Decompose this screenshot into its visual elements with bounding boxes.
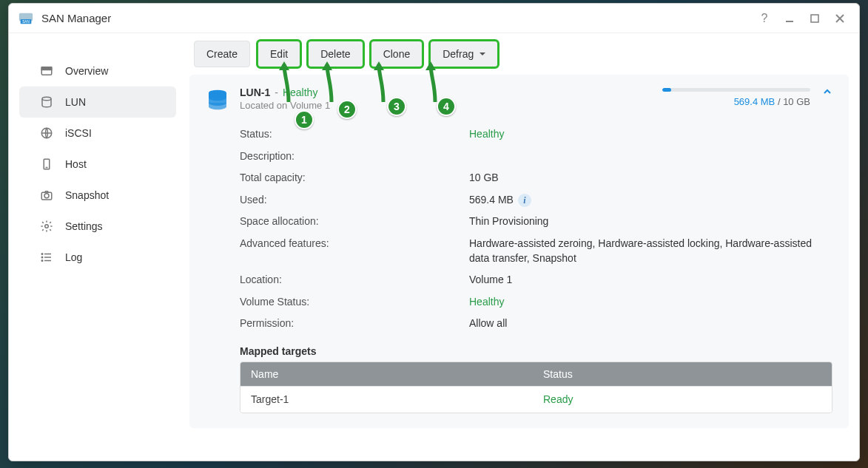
svg-point-14 bbox=[44, 194, 49, 198]
app-icon: SAN bbox=[18, 10, 34, 27]
lun-header[interactable]: LUN-1 - Healthy Located on Volume 1 569.… bbox=[206, 87, 832, 112]
adv-features-value: Hardware-assisted zeroing, Hardware-assi… bbox=[469, 237, 832, 265]
usage-used: 569.4 MB bbox=[734, 96, 776, 107]
table-header: Name Status bbox=[240, 362, 832, 386]
vol-status-value: Healthy bbox=[469, 295, 832, 310]
sidebar-item-settings[interactable]: Settings bbox=[19, 211, 176, 242]
total-capacity-label: Total capacity: bbox=[240, 171, 469, 186]
adv-features-label: Advanced features: bbox=[240, 237, 469, 265]
svg-rect-8 bbox=[41, 67, 52, 70]
defrag-button[interactable]: Defrag bbox=[430, 41, 498, 67]
description-value bbox=[469, 149, 832, 164]
lun-health: Healthy bbox=[283, 87, 317, 98]
close-button[interactable] bbox=[830, 8, 850, 29]
main-content: Create Edit Delete Clone Defrag 1 2 3 4 bbox=[186, 33, 859, 461]
sidebar-item-label: Overview bbox=[65, 65, 108, 77]
maximize-button[interactable] bbox=[804, 8, 825, 29]
mapped-targets-table: Name Status Target-1 Ready bbox=[240, 362, 832, 413]
target-name-cell: Target-1 bbox=[240, 393, 533, 405]
col-name-header: Name bbox=[240, 368, 533, 380]
sidebar-item-lun[interactable]: LUN bbox=[19, 87, 176, 118]
svg-rect-4 bbox=[811, 15, 818, 22]
sidebar-item-iscsi[interactable]: iSCSI bbox=[19, 118, 176, 149]
disk-icon bbox=[40, 95, 55, 109]
svg-point-15 bbox=[45, 225, 49, 228]
description-label: Description: bbox=[240, 149, 469, 164]
create-button[interactable]: Create bbox=[194, 41, 250, 67]
collapse-toggle[interactable] bbox=[822, 87, 832, 97]
status-label: Status: bbox=[240, 127, 469, 142]
sidebar-item-label: Host bbox=[65, 158, 87, 170]
total-capacity-value: 10 GB bbox=[469, 171, 832, 186]
permission-value: Allow all bbox=[469, 316, 832, 331]
space-alloc-label: Space allocation: bbox=[240, 214, 469, 229]
usage-progress bbox=[662, 88, 810, 92]
sidebar-item-label: Settings bbox=[65, 220, 103, 232]
location-value: Volume 1 bbox=[469, 273, 832, 288]
dashboard-icon bbox=[40, 64, 55, 78]
gear-icon bbox=[40, 219, 55, 234]
usage-progress-fill bbox=[662, 88, 671, 92]
host-icon bbox=[40, 157, 55, 172]
space-alloc-value: Thin Provisioning bbox=[469, 214, 832, 229]
camera-icon bbox=[40, 188, 55, 203]
globe-icon bbox=[40, 126, 55, 140]
mapped-targets-title: Mapped targets bbox=[240, 345, 832, 357]
sidebar-item-label: LUN bbox=[65, 96, 86, 108]
lun-panel: 1 2 3 4 LUN-1 - Healthy bbox=[189, 75, 849, 428]
usage-sep: / bbox=[775, 96, 783, 107]
list-icon bbox=[40, 250, 55, 265]
lun-name: LUN-1 bbox=[240, 87, 270, 98]
permission-label: Permission: bbox=[240, 316, 469, 331]
app-title: SAN Manager bbox=[41, 12, 750, 24]
app-window: SAN SAN Manager ? Overview LUN iSCSI bbox=[8, 3, 860, 461]
info-icon[interactable]: i bbox=[518, 194, 531, 207]
minimize-button[interactable] bbox=[779, 8, 800, 29]
svg-point-21 bbox=[41, 260, 43, 262]
separator: - bbox=[275, 87, 278, 98]
svg-point-9 bbox=[42, 97, 51, 101]
sidebar-item-label: Log bbox=[65, 251, 82, 263]
table-row[interactable]: Target-1 Ready bbox=[240, 386, 832, 413]
title-bar: SAN SAN Manager ? bbox=[9, 4, 859, 33]
database-icon bbox=[206, 88, 229, 112]
location-label: Location: bbox=[240, 273, 469, 288]
lun-details: Status:Healthy Description: Total capaci… bbox=[206, 123, 832, 413]
svg-point-20 bbox=[41, 257, 43, 258]
used-label: Used: bbox=[240, 193, 469, 208]
sidebar-item-label: iSCSI bbox=[65, 127, 92, 139]
help-button[interactable]: ? bbox=[754, 8, 775, 29]
col-status-header: Status bbox=[533, 368, 832, 380]
sidebar: Overview LUN iSCSI Host Snapshot Setting… bbox=[9, 33, 186, 461]
defrag-button-label: Defrag bbox=[443, 48, 474, 60]
sidebar-item-overview[interactable]: Overview bbox=[19, 55, 176, 87]
edit-button[interactable]: Edit bbox=[258, 41, 300, 67]
target-status-cell: Ready bbox=[533, 393, 832, 405]
svg-text:SAN: SAN bbox=[22, 20, 29, 24]
sidebar-item-snapshot[interactable]: Snapshot bbox=[19, 180, 176, 211]
sidebar-item-log[interactable]: Log bbox=[19, 242, 176, 273]
delete-button[interactable]: Delete bbox=[308, 41, 363, 67]
clone-button[interactable]: Clone bbox=[371, 41, 423, 67]
used-value: 569.4 MBi bbox=[469, 193, 832, 208]
sidebar-item-host[interactable]: Host bbox=[19, 149, 176, 180]
vol-status-label: Volume Status: bbox=[240, 295, 469, 310]
toolbar: Create Edit Delete Clone Defrag bbox=[189, 41, 849, 67]
used-value-text: 569.4 MB bbox=[469, 194, 514, 206]
usage-total: 10 GB bbox=[783, 96, 810, 107]
lun-location-sub: Located on Volume 1 bbox=[240, 100, 330, 111]
status-value: Healthy bbox=[469, 127, 832, 142]
svg-point-19 bbox=[41, 254, 43, 255]
usage-text: 569.4 MB / 10 GB bbox=[633, 96, 810, 107]
sidebar-item-label: Snapshot bbox=[65, 189, 109, 201]
